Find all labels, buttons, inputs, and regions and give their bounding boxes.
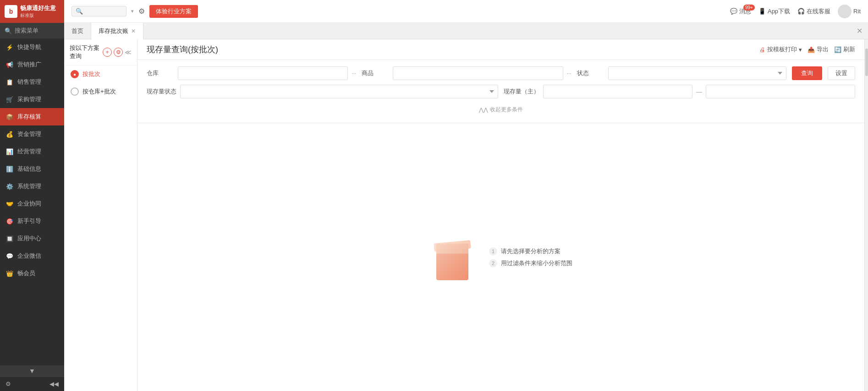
scheme-setting-btn[interactable]: ⚙ (114, 48, 123, 57)
tabs-close-all-icon[interactable]: ✕ (851, 27, 868, 35)
sidebar-item-quicknav[interactable]: ⚡ 快捷导航 (0, 38, 64, 56)
box-body (436, 253, 468, 280)
topbar-messages[interactable]: 💬 消息 99+ (730, 7, 751, 16)
app-name-block: 畅康通好生意 标准版 (20, 5, 56, 18)
sidebar-item-basicinfo[interactable]: ℹ️ 基础信息 (0, 160, 64, 178)
sidebar-scroll-down[interactable]: ▼ (0, 365, 64, 376)
settings-icon[interactable]: ⚙ (5, 380, 11, 387)
filter-status: 状态 (577, 66, 786, 80)
filter-product: 商品 ··· (362, 66, 571, 80)
inventory-qty-min[interactable] (543, 85, 692, 98)
filter-warehouse: 仓库 ··· (147, 66, 356, 80)
inventory-qty-label: 现存量（主） (504, 87, 539, 96)
sidebar-item-finance[interactable]: 💰 资金管理 (0, 125, 64, 143)
export-icon: 📤 (808, 46, 815, 53)
sidebar-item-inventory[interactable]: 📦 库存核算 (0, 108, 64, 125)
sales-icon: 📋 (5, 78, 14, 86)
purchase-icon: 🛒 (5, 95, 14, 103)
topbar-search-box[interactable]: 🔍 (71, 6, 126, 16)
sidebar: b 畅康通好生意 标准版 🔍 搜索菜单 ⚡ 快捷导航 📢 营销推广 📋 销售管理… (0, 0, 64, 391)
filter-row-2: 现存量状态 现存量（主） — (147, 85, 855, 98)
sidebar-item-label: 企业协同 (17, 200, 41, 208)
product-filter-label: 商品 (362, 69, 389, 77)
product-more-btn[interactable]: ··· (567, 70, 571, 76)
empty-text: 1 请先选择要分析的方案 2 用过滤条件来缩小分析范围 (489, 247, 572, 267)
collapse-up-icon: ⋀⋀ (479, 107, 488, 113)
collapse-more-btn[interactable]: ⋀⋀ 收起更多条件 (147, 103, 855, 116)
topbar-search-input[interactable] (85, 8, 121, 15)
sidebar-item-label: 资金管理 (17, 130, 41, 138)
product-filter-input[interactable] (393, 66, 563, 80)
online-service-label: 在线客服 (807, 7, 830, 16)
print-dropdown-icon[interactable]: ▾ (799, 46, 802, 53)
messages-badge: 99+ (743, 5, 755, 11)
topbar-app-download[interactable]: 📱 App下载 (758, 7, 790, 16)
info-icon: ℹ️ (5, 165, 14, 173)
tab-inventory-batch-label: 库存批次账 (99, 27, 128, 35)
topbar-dropdown-icon[interactable]: ▾ (131, 8, 134, 14)
left-panel-actions: + ⚙ ≪ (103, 48, 132, 57)
sidebar-item-system[interactable]: ⚙️ 系统管理 (0, 178, 64, 195)
query-btn[interactable]: 查询 (792, 66, 822, 80)
sidebar-item-label: 新手引导 (17, 217, 41, 225)
sidebar-search-label: 搜索菜单 (15, 27, 38, 35)
print-label: 按模板打印 (767, 45, 797, 54)
tab-close-icon[interactable]: ✕ (131, 28, 136, 34)
left-panel-collapse-icon[interactable]: ≪ (125, 49, 132, 56)
topbar-online-service[interactable]: 🎧 在线客服 (797, 7, 830, 16)
sidebar-item-collab[interactable]: 🤝 企业协同 (0, 195, 64, 212)
nav-icon: ⚡ (5, 43, 14, 51)
filter-inventory-status: 现存量状态 (147, 85, 498, 98)
scrollbar-thumb[interactable] (865, 49, 868, 76)
inventory-status-select[interactable] (180, 85, 498, 98)
left-panel-title: 按以下方案查询 (70, 44, 100, 60)
sidebar-item-label: 库存核算 (17, 113, 41, 121)
tab-inventory-batch[interactable]: 库存批次账 ✕ (91, 23, 143, 39)
empty-step-2: 2 用过滤条件来缩小分析范围 (489, 259, 572, 267)
sidebar-item-marketing[interactable]: 📢 营销推广 (0, 56, 64, 73)
sidebar-item-guide[interactable]: 🎯 新手引导 (0, 212, 64, 230)
collapse-more-label: 收起更多条件 (490, 106, 523, 114)
warehouse-filter-label: 仓库 (147, 69, 174, 77)
empty-state: 1 请先选择要分析的方案 2 用过滤条件来缩小分析范围 (137, 123, 864, 391)
sidebar-item-wechat[interactable]: 💬 企业微信 (0, 247, 64, 265)
guide-icon: 🎯 (5, 217, 14, 225)
step-num-1: 1 (489, 247, 497, 255)
export-action[interactable]: 📤 导出 (808, 45, 829, 54)
topbar-user[interactable]: Rit (838, 5, 861, 18)
sidebar-item-apps[interactable]: 🔲 应用中心 (0, 230, 64, 247)
page-content: 按以下方案查询 + ⚙ ≪ ● 按批次 ○ 按仓库+批次 现存量查询(按批次) (64, 39, 868, 391)
finance-icon: 💰 (5, 130, 14, 138)
topbar-gear-icon[interactable]: ⚙ (138, 7, 145, 16)
apps-icon: 🔲 (5, 234, 14, 243)
print-action[interactable]: 🖨 按模板打印 ▾ (759, 45, 802, 54)
sidebar-search-menu[interactable]: 🔍 搜索菜单 (0, 23, 64, 38)
left-panel-item-batch[interactable]: ● 按批次 (64, 65, 137, 83)
left-panel-item-batch-label: 按批次 (82, 70, 100, 78)
page-header: 现存量查询(按批次) 🖨 按模板打印 ▾ 📤 导出 🔄 刷新 (137, 39, 864, 60)
tabs-bar: 首页 库存批次账 ✕ ✕ (64, 23, 868, 39)
sidebar-item-purchase[interactable]: 🛒 采购管理 (0, 91, 64, 108)
user-name: Rit (853, 8, 861, 15)
collapse-sidebar-icon[interactable]: ◀◀ (49, 380, 59, 387)
refresh-action[interactable]: 🔄 刷新 (834, 45, 855, 54)
sidebar-item-label: 销售管理 (17, 78, 41, 86)
tab-home[interactable]: 首页 (64, 23, 91, 39)
refresh-label: 刷新 (843, 45, 855, 54)
sidebar-item-sales[interactable]: 📋 销售管理 (0, 73, 64, 91)
sidebar-item-member[interactable]: 👑 畅会员 (0, 265, 64, 282)
tab-home-label: 首页 (71, 27, 83, 35)
sidebar-item-label: 基础信息 (17, 165, 41, 173)
left-panel: 按以下方案查询 + ⚙ ≪ ● 按批次 ○ 按仓库+批次 (64, 39, 137, 391)
inventory-qty-max[interactable] (706, 85, 855, 98)
add-scheme-btn[interactable]: + (103, 48, 112, 57)
sidebar-item-operation[interactable]: 📊 经营管理 (0, 143, 64, 160)
warehouse-more-btn[interactable]: ··· (352, 70, 356, 76)
settings-btn[interactable]: 设置 (828, 66, 855, 80)
status-filter-select[interactable] (608, 66, 786, 80)
left-panel-item-warehouse-batch[interactable]: ○ 按仓库+批次 (64, 83, 137, 100)
warehouse-filter-input[interactable] (178, 66, 348, 80)
sidebar-item-label: 畅会员 (17, 269, 35, 277)
experience-btn[interactable]: 体验行业方案 (149, 5, 198, 18)
right-scrollbar[interactable] (864, 39, 868, 391)
